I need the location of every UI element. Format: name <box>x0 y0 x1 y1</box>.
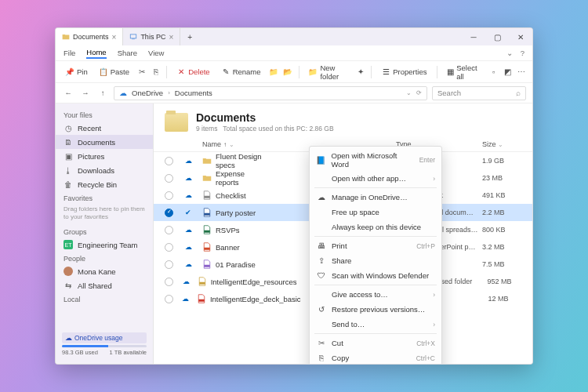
close-icon[interactable]: × <box>112 33 117 42</box>
properties-button[interactable]: ☰Properties <box>378 66 430 78</box>
word-icon: 📘 <box>316 155 326 165</box>
menu-home[interactable]: Home <box>86 48 106 59</box>
ctx-label: Scan with Windows Defender <box>332 271 429 280</box>
sidebar-item-documents[interactable]: 🗎Documents <box>56 135 153 149</box>
sidebar-item-group[interactable]: ET Engineering Team <box>56 238 153 252</box>
invert-selection-icon[interactable]: ◩ <box>503 67 513 78</box>
sidebar-item-recycle-bin[interactable]: 🗑Recycle Bin <box>56 177 153 191</box>
menu-view[interactable]: View <box>148 49 164 57</box>
file-size: 491 KB <box>482 191 521 199</box>
breadcrumb-item[interactable]: Documents <box>175 89 212 97</box>
row-checkbox[interactable] <box>165 226 185 234</box>
close-icon[interactable]: × <box>169 33 173 42</box>
status-icon: ☁ <box>183 278 198 285</box>
sidebar-item-pictures[interactable]: ▣Pictures <box>56 149 153 163</box>
pdf-icon <box>197 293 206 304</box>
rename-button[interactable]: ✎Rename <box>218 66 264 78</box>
row-checkbox[interactable] <box>165 260 185 269</box>
delete-button[interactable]: ✕Delete <box>173 66 212 78</box>
tab-thispc[interactable]: This PC × <box>123 28 180 45</box>
sidebar-item-recent[interactable]: ◷Recent <box>56 121 153 135</box>
file-name: Checklist <box>216 191 246 200</box>
download-icon: ⭳ <box>64 165 73 175</box>
minimize-button[interactable]: ─ <box>462 28 485 45</box>
svg-rect-5 <box>204 248 210 250</box>
file-name: Banner <box>216 243 240 252</box>
sidebar-heading: Favorites <box>56 191 153 204</box>
sidebar-item-all-shared[interactable]: ⇆ All Shared <box>56 278 153 292</box>
tab-label: Documents <box>73 33 109 41</box>
tab-documents[interactable]: Documents × <box>56 28 123 45</box>
copy-icon[interactable]: ⎘ <box>151 67 161 78</box>
row-checkbox[interactable] <box>165 157 185 165</box>
excel-icon <box>202 224 212 235</box>
svg-rect-8 <box>198 299 205 302</box>
ctx-print[interactable]: 🖶 Print Ctrl+P <box>310 238 441 253</box>
sidebar-item-label: Recycle Bin <box>78 180 117 189</box>
ctx-cut[interactable]: ✂ Cut Ctrl+X <box>310 336 441 350</box>
trash-icon: 🗑 <box>64 180 73 189</box>
svg-rect-0 <box>131 34 137 38</box>
sidebar-item-downloads[interactable]: ⭳Downloads <box>56 163 153 177</box>
up-button[interactable]: ↑ <box>96 87 109 100</box>
row-checkbox[interactable] <box>165 295 182 303</box>
menu-share[interactable]: Share <box>118 49 137 57</box>
svg-rect-2 <box>204 196 210 198</box>
sidebar-item-label: Documents <box>78 138 115 147</box>
new-item-icon[interactable]: ✦ <box>356 67 365 78</box>
ctx-give-access-to[interactable]: Give access to… › <box>310 287 441 302</box>
row-checkbox[interactable] <box>165 191 185 200</box>
pin-button[interactable]: 📌Pin <box>62 66 91 78</box>
row-checkbox[interactable] <box>165 278 183 286</box>
ctx-free-up-space[interactable]: Free up space <box>310 205 441 220</box>
nav-row: ← → ↑ ☁ OneDrive › Documents ⌄ ⟳ Search … <box>56 83 532 103</box>
new-folder-button[interactable]: 📁New folder <box>305 62 350 82</box>
select-all-button[interactable]: ▦Select all <box>443 62 485 82</box>
back-button[interactable]: ← <box>62 87 74 100</box>
ctx-share[interactable]: ⇪ Share <box>310 253 441 268</box>
address-bar[interactable]: ☁ OneDrive › Documents ⌄ ⟳ <box>114 86 427 100</box>
chevron-down-icon[interactable]: ⌄ <box>406 89 412 96</box>
cut-icon[interactable]: ✂ <box>137 67 147 78</box>
maximize-button[interactable]: ▢ <box>485 28 509 45</box>
ctx-always-keep-on-this-device[interactable]: Always keep on this device <box>310 220 441 234</box>
pc-icon <box>129 33 137 41</box>
row-checkbox[interactable] <box>165 209 185 217</box>
paste-button[interactable]: 📋Paste <box>96 66 132 78</box>
menubar: File Home Share View ⌄ ? <box>56 45 532 61</box>
folder-icon: 📁 <box>308 67 318 77</box>
image-icon: ▣ <box>64 151 73 161</box>
ctx-manage-in-onedrive[interactable]: ☁ Manage in OneDrive… <box>310 190 441 205</box>
onedrive-usage-chip[interactable]: ☁ OneDrive usage <box>62 332 147 343</box>
status-icon: ☁ <box>182 295 197 303</box>
search-icon: ⌕ <box>516 89 521 97</box>
row-checkbox[interactable] <box>165 243 185 252</box>
sidebar-item-person[interactable]: Mona Kane <box>56 264 153 278</box>
search-box[interactable]: Search ⌕ <box>432 86 526 100</box>
ctx-restore-previous-versions[interactable]: ↺ Restore previous versions… <box>310 302 441 317</box>
breadcrumb-item[interactable]: OneDrive <box>132 89 163 97</box>
ctx-open-with-other-app[interactable]: Open with other app… › <box>310 171 441 186</box>
file-size: 1.9 GB <box>482 157 521 165</box>
ctx-label: Copy <box>332 354 349 362</box>
column-name[interactable]: Name ↑ ⌄ <box>202 140 263 148</box>
menu-file[interactable]: File <box>64 49 75 57</box>
help-icon[interactable]: ? <box>521 49 524 57</box>
chevron-right-icon: › <box>168 89 170 96</box>
column-size[interactable]: Size ⌄ <box>482 140 521 148</box>
copy-to-icon[interactable]: 📂 <box>283 67 292 78</box>
ctx-copy[interactable]: ⎘ Copy Ctrl+C <box>310 350 441 364</box>
more-icon[interactable]: ⋯ <box>517 67 526 78</box>
row-checkbox[interactable] <box>165 174 185 183</box>
move-to-icon[interactable]: 📁 <box>269 67 278 78</box>
refresh-icon[interactable]: ⟳ <box>416 89 422 96</box>
close-window-button[interactable]: ✕ <box>509 28 532 45</box>
select-none-icon[interactable]: ▫ <box>489 67 499 78</box>
chevron-down-icon[interactable]: ⌄ <box>506 49 513 57</box>
forward-button[interactable]: → <box>79 87 92 100</box>
ctx-open-with-microsoft-word[interactable]: 📘 Open with Microsoft Word Enter <box>310 149 441 171</box>
cloud-icon: ☁ <box>316 192 326 202</box>
ctx-send-to[interactable]: Send to… › <box>310 317 441 332</box>
ctx-scan-with-windows-defender[interactable]: 🛡 Scan with Windows Defender <box>310 268 441 283</box>
new-tab-button[interactable]: + <box>180 28 199 45</box>
